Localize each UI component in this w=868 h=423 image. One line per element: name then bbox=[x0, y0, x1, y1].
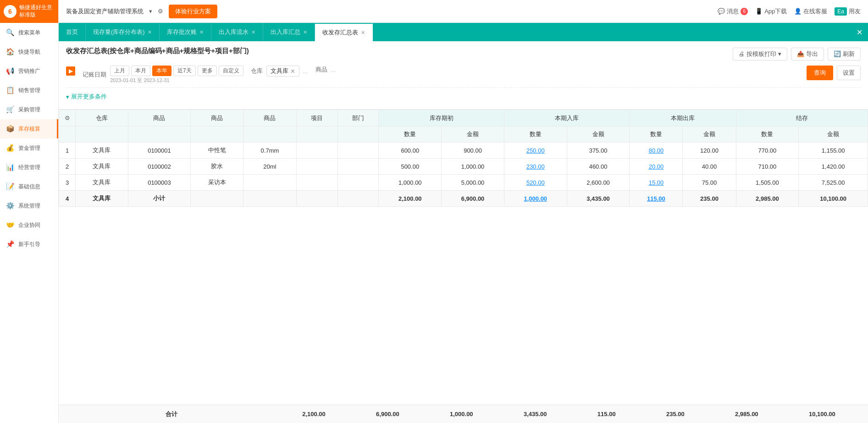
subtotal-out-amt: 235.00 bbox=[683, 191, 736, 207]
query-button[interactable]: 查询 bbox=[807, 66, 833, 80]
total-out-qty: 115.00 bbox=[593, 411, 620, 418]
page-content: 收发存汇总表(按仓库+商品编码+商品+规格型号+项目+部门) 🖨 按模板打印 ▾… bbox=[59, 41, 868, 423]
warehouse-tag-close-icon[interactable]: ✕ bbox=[290, 68, 295, 75]
tab-close-icon[interactable]: ✕ bbox=[199, 29, 204, 35]
col-bal-amt-subheader: 金额 bbox=[799, 126, 868, 143]
row3-project bbox=[296, 175, 337, 191]
export-button[interactable]: 📤 导出 bbox=[791, 48, 824, 60]
subtotal-in-amt: 3,435.00 bbox=[567, 191, 630, 207]
tab-collect-summary[interactable]: 收发存汇总表 ✕ bbox=[315, 23, 373, 41]
empty-space bbox=[59, 257, 868, 405]
row1-init-qty: 600.00 bbox=[379, 143, 442, 159]
settings-button[interactable]: 设置 bbox=[837, 66, 861, 80]
tab-home[interactable]: 首页 bbox=[59, 23, 86, 41]
sidebar-header: 6 畅捷通好生意 标准版 bbox=[0, 0, 58, 23]
row1-out-qty[interactable]: 80.00 bbox=[630, 143, 683, 159]
sidebar-item-quicknav[interactable]: 🏠 快捷导航 bbox=[0, 42, 58, 61]
sidebar-item-purchase[interactable]: 🛒 采购管理 bbox=[0, 100, 58, 119]
date-btn-custom[interactable]: 自定义 bbox=[219, 66, 243, 76]
row2-out-qty[interactable]: 20.00 bbox=[630, 159, 683, 175]
total-init-qty: 2,100.00 bbox=[298, 411, 330, 418]
row1-in-qty[interactable]: 250.00 bbox=[504, 143, 567, 159]
product-more-icon[interactable]: ... bbox=[331, 66, 336, 73]
sidebar-item-baseinfo[interactable]: 📝 基础信息 bbox=[0, 177, 58, 196]
user-menu[interactable]: Ea 用友 bbox=[835, 7, 861, 16]
subtotal-label: 小计 bbox=[128, 191, 191, 207]
app-download-icon: 📱 bbox=[755, 8, 763, 15]
row2-warehouse: 文具库 bbox=[76, 159, 128, 175]
row2-spec: 20ml bbox=[243, 159, 296, 175]
warehouse-more-icon[interactable]: ... bbox=[303, 68, 308, 75]
tabbar: 首页 现存量(库存分布表) ✕ 库存批次账 ✕ 出入库流水 ✕ 出入库汇总 ✕ … bbox=[59, 23, 868, 41]
date-btn-this-year[interactable]: 本年 bbox=[152, 66, 171, 76]
tab-close-icon[interactable]: ✕ bbox=[303, 29, 307, 35]
subtotal-empty3 bbox=[296, 191, 337, 207]
message-button[interactable]: 💬 消息 6 bbox=[718, 7, 748, 16]
row2-no: 2 bbox=[59, 159, 76, 175]
row3-in-qty[interactable]: 520.00 bbox=[504, 175, 567, 191]
sidebar-item-label: 系统管理 bbox=[18, 202, 40, 210]
chevron-down-icon: ▾ bbox=[778, 50, 781, 57]
sidebar-item-guide[interactable]: 📌 新手引导 bbox=[0, 235, 58, 254]
col-in-amt-subheader: 金额 bbox=[567, 126, 630, 143]
row3-no: 3 bbox=[59, 175, 76, 191]
collab-icon: 🤝 bbox=[6, 221, 15, 229]
tab-close-icon[interactable]: ✕ bbox=[148, 29, 152, 35]
row1-spec: 0.7mm bbox=[243, 143, 296, 159]
total-in-amt: 3,435.00 bbox=[519, 411, 552, 418]
sidebar-item-sales[interactable]: 📋 销售管理 bbox=[0, 81, 58, 100]
sidebar-item-marketing[interactable]: 📢 营销推广 bbox=[0, 61, 58, 81]
date-btn-last-month[interactable]: 上月 bbox=[110, 66, 129, 76]
tab-close-icon[interactable]: ✕ bbox=[251, 29, 255, 35]
close-all-tabs-button[interactable]: ✕ bbox=[851, 28, 868, 37]
subtotal-row: 4 文具库 小计 2,100.00 6,900.00 1,000.00 3,43… bbox=[59, 191, 868, 207]
settings-icon[interactable]: ⚙ bbox=[158, 8, 163, 15]
sidebar-item-label: 搜索菜单 bbox=[18, 29, 40, 37]
date-btn-more[interactable]: 更多 bbox=[198, 66, 217, 76]
sidebar-item-search[interactable]: 🔍 搜索菜单 bbox=[0, 23, 58, 42]
total-bal-amt: 10,100.00 bbox=[804, 411, 840, 418]
sidebar-item-collab[interactable]: 🤝 企业协同 bbox=[0, 215, 58, 235]
row3-out-qty[interactable]: 15.00 bbox=[630, 175, 683, 191]
tab-stock-dist[interactable]: 现存量(库存分布表) ✕ bbox=[86, 23, 160, 41]
tab-inout-summary[interactable]: 出入库汇总 ✕ bbox=[263, 23, 315, 41]
table-config-icon[interactable]: ⚙ bbox=[65, 115, 70, 121]
service-icon: 👤 bbox=[794, 8, 802, 15]
sidebar-item-label: 新手引导 bbox=[18, 241, 40, 248]
print-button[interactable]: 🖨 按模板打印 ▾ bbox=[733, 48, 787, 60]
col-warehouse-subheader bbox=[76, 126, 128, 143]
sidebar-item-finance[interactable]: 💰 资金管理 bbox=[0, 138, 58, 158]
subtotal-out-qty[interactable]: 115.00 bbox=[630, 191, 683, 207]
app-download-button[interactable]: 📱 App下载 bbox=[755, 7, 787, 16]
sidebar-item-business[interactable]: 📊 经营管理 bbox=[0, 158, 58, 177]
filter-toggle-btn[interactable]: ▶ bbox=[66, 66, 75, 76]
refresh-button[interactable]: 🔄 刷新 bbox=[828, 48, 861, 60]
topbar-right: 💬 消息 6 📱 App下载 👤 在线客服 Ea 用友 bbox=[718, 7, 861, 16]
date-btn-this-month[interactable]: 本月 bbox=[131, 66, 150, 76]
sidebar-item-inventory[interactable]: 📦 库存核算 bbox=[0, 119, 58, 138]
expand-more-button[interactable]: ▾ 展开更多条件 bbox=[66, 93, 861, 101]
row1-no: 1 bbox=[59, 143, 76, 159]
warehouse-tag[interactable]: 文具库 ✕ bbox=[266, 66, 299, 77]
row2-in-qty[interactable]: 230.00 bbox=[504, 159, 567, 175]
topbar-dropdown[interactable]: ▾ bbox=[149, 8, 152, 15]
experience-button[interactable]: 体验行业方案 bbox=[169, 5, 217, 18]
page-title: 收发存汇总表(按仓库+商品编码+商品+规格型号+项目+部门) bbox=[66, 47, 249, 55]
sidebar-title: 畅捷通好生意 标准版 bbox=[19, 4, 52, 18]
row3-spec bbox=[243, 175, 296, 191]
sidebar-item-label: 库存核算 bbox=[18, 125, 40, 133]
sidebar-item-system[interactable]: ⚙️ 系统管理 bbox=[0, 196, 58, 215]
tab-inout-flow[interactable]: 出入库流水 ✕ bbox=[211, 23, 263, 41]
online-service-button[interactable]: 👤 在线客服 bbox=[794, 7, 827, 16]
sidebar-item-label: 销售管理 bbox=[18, 87, 40, 94]
col-name-subheader bbox=[191, 126, 243, 143]
baseinfo-icon: 📝 bbox=[6, 182, 15, 191]
print-icon: 🖨 bbox=[739, 50, 745, 57]
row3-init-amt: 5,000.00 bbox=[442, 175, 504, 191]
tab-close-icon[interactable]: ✕ bbox=[361, 30, 365, 36]
col-spec-header: 商品 bbox=[243, 110, 296, 126]
subtotal-in-qty[interactable]: 1,000.00 bbox=[504, 191, 567, 207]
tab-batch[interactable]: 库存批次账 ✕ bbox=[160, 23, 211, 41]
sidebar-item-label: 基础信息 bbox=[18, 183, 40, 191]
date-btn-7days[interactable]: 近7天 bbox=[173, 66, 196, 76]
